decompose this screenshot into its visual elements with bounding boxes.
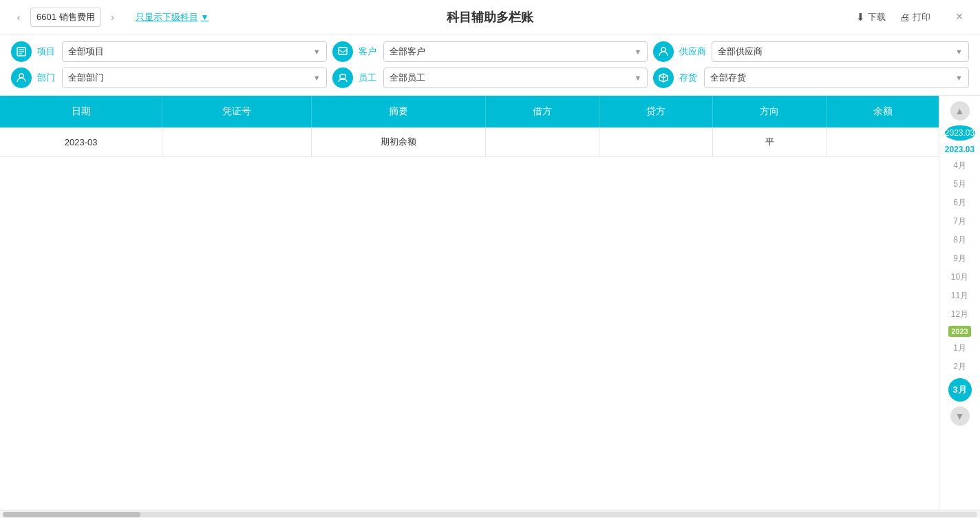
- timeline-4month[interactable]: 4月: [939, 156, 980, 175]
- close-button[interactable]: ×: [950, 8, 969, 27]
- filter-inventory-row: 存货 全部存货 ▼: [653, 68, 969, 88]
- year-badge-2023[interactable]: 2023: [948, 326, 970, 337]
- show-sub-dropdown-icon: ▼: [201, 12, 209, 22]
- prev-arrow[interactable]: ‹: [11, 10, 26, 25]
- supplier-select[interactable]: 全部供应商 ▼: [712, 41, 969, 62]
- download-icon: ⬇: [856, 11, 865, 23]
- scrollbar-thumb[interactable]: [3, 512, 140, 517]
- cell-balance: [827, 127, 939, 157]
- timeline-7month[interactable]: 7月: [939, 212, 980, 231]
- inventory-select[interactable]: 全部存货 ▼: [704, 68, 969, 88]
- print-icon: 🖨: [899, 11, 910, 23]
- timeline-3month-active[interactable]: 3月: [948, 378, 972, 402]
- project-icon: [11, 41, 32, 62]
- customer-label: 客户: [359, 45, 378, 58]
- col-debit: 借方: [485, 96, 599, 127]
- show-sub-button[interactable]: 只显示下级科目 ▼: [136, 11, 209, 23]
- timeline-9month[interactable]: 9月: [939, 249, 980, 268]
- customer-dropdown-arrow: ▼: [634, 48, 641, 56]
- table-row: 2023-03期初余额平: [0, 127, 939, 157]
- col-date: 日期: [0, 96, 162, 127]
- next-arrow[interactable]: ›: [105, 10, 120, 25]
- main-window: ‹ 6601 销售费用 › 只显示下级科目 ▼ 科目辅助多栏账 ⬇ 下载 🖨 打…: [0, 0, 980, 518]
- svg-point-5: [661, 48, 665, 52]
- filter-customer-row: 客户 全部客户 ▼: [332, 41, 648, 62]
- print-button[interactable]: 🖨 打印: [899, 11, 930, 23]
- employee-icon: [332, 68, 353, 88]
- department-icon: [11, 68, 32, 88]
- nav-left: ‹ 6601 销售费用 › 只显示下级科目 ▼: [11, 8, 209, 27]
- employee-dropdown-arrow: ▼: [634, 74, 641, 82]
- inventory-label: 存货: [679, 72, 699, 84]
- department-select[interactable]: 全部部门 ▼: [62, 68, 327, 88]
- supplier-icon: [653, 41, 674, 62]
- cell-credit: [599, 127, 712, 157]
- timeline-6month[interactable]: 6月: [939, 194, 980, 212]
- bottom-scrollbar[interactable]: [0, 510, 980, 518]
- department-label: 部门: [37, 72, 56, 84]
- side-timeline: ▲ 2023.03 2023.03 4月 5月 6月 7月 8月 9月 10月 …: [939, 96, 980, 510]
- filter-department-row: 部门 全部部门 ▼: [11, 68, 327, 88]
- timeline-period-header1[interactable]: 2023.03: [945, 125, 975, 141]
- table-container: 日期 凭证号 摘要 借方 贷方 方向 余额 2023-03期初余额平 ▲ 202…: [0, 96, 980, 510]
- filter-employee-row: 员工 全部员工 ▼: [332, 68, 648, 88]
- timeline-11month[interactable]: 11月: [939, 287, 980, 305]
- timeline-up-arrow[interactable]: ▲: [950, 101, 970, 121]
- employee-label: 员工: [359, 72, 378, 84]
- cell-debit: [485, 127, 599, 157]
- customer-icon: [332, 41, 353, 62]
- filter-project-row: 项目 全部项目 ▼: [11, 41, 327, 62]
- supplier-dropdown-arrow: ▼: [955, 48, 963, 56]
- project-select[interactable]: 全部项目 ▼: [62, 41, 327, 62]
- col-summary: 摘要: [311, 96, 485, 127]
- col-voucher: 凭证号: [162, 96, 311, 127]
- timeline-1month[interactable]: 1月: [939, 339, 980, 358]
- timeline-8month[interactable]: 8月: [939, 231, 980, 249]
- account-display: 6601 销售费用: [30, 8, 101, 27]
- inventory-dropdown-arrow: ▼: [955, 74, 963, 82]
- svg-rect-4: [339, 48, 347, 54]
- col-credit: 贷方: [599, 96, 712, 127]
- table-header-row: 日期 凭证号 摘要 借方 贷方 方向 余额: [0, 96, 939, 127]
- department-dropdown-arrow: ▼: [313, 74, 321, 82]
- employee-select[interactable]: 全部员工 ▼: [383, 68, 648, 88]
- ledger-table: 日期 凭证号 摘要 借方 贷方 方向 余额 2023-03期初余额平: [0, 96, 939, 157]
- title-actions: ⬇ 下载 🖨 打印 ×: [856, 8, 969, 27]
- scrollbar-track[interactable]: [3, 512, 977, 517]
- col-balance: 余额: [827, 96, 939, 127]
- main-table: 日期 凭证号 摘要 借方 贷方 方向 余额 2023-03期初余额平: [0, 96, 939, 510]
- cell-summary: 期初余额: [311, 127, 485, 157]
- svg-rect-7: [340, 74, 345, 79]
- timeline-2month[interactable]: 2月: [939, 358, 980, 376]
- timeline-5month[interactable]: 5月: [939, 175, 980, 194]
- cell-voucher: [162, 127, 311, 157]
- cell-direction: 平: [713, 127, 827, 157]
- download-button[interactable]: ⬇ 下载: [856, 11, 886, 23]
- cell-date: 2023-03: [0, 127, 162, 157]
- supplier-label: 供应商: [679, 45, 706, 58]
- filter-supplier-row: 供应商 全部供应商 ▼: [653, 41, 969, 62]
- project-label: 项目: [37, 45, 56, 58]
- timeline-down-arrow[interactable]: ▼: [950, 406, 970, 426]
- svg-point-6: [19, 74, 23, 78]
- timeline-period-header2[interactable]: 2023.03: [945, 145, 974, 154]
- inventory-icon: [653, 68, 674, 88]
- col-direction: 方向: [713, 96, 827, 127]
- timeline-10month[interactable]: 10月: [939, 268, 980, 287]
- title-bar: ‹ 6601 销售费用 › 只显示下级科目 ▼ 科目辅助多栏账 ⬇ 下载 🖨 打…: [0, 0, 980, 34]
- filter-bar: 项目 全部项目 ▼ 客户 全部客户 ▼ 供应商 全部供应商 ▼: [0, 34, 980, 96]
- customer-select[interactable]: 全部客户 ▼: [383, 41, 648, 62]
- page-title: 科目辅助多栏账: [447, 9, 533, 25]
- timeline-12month[interactable]: 12月: [939, 305, 980, 324]
- project-dropdown-arrow: ▼: [313, 48, 321, 56]
